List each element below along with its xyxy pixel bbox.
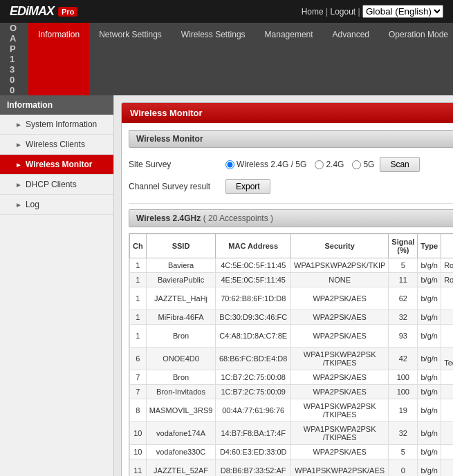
cell-security: WPA2PSK/AES [291,310,389,325]
cell-ch: 11 [130,459,147,477]
cell-type: b/g/n [418,445,441,459]
nav-information[interactable]: Information [28,23,89,95]
cell-ch: 7 [130,370,147,385]
logout-link[interactable]: Logout [331,7,356,17]
cell-type: b/g/n [418,258,441,273]
cell-ssid: Baviera [146,258,216,273]
cell-vendor: Unknown [441,310,453,325]
sidebar-item-label: Wireless Monitor [26,160,93,169]
cell-ssid: BavieraPublic [146,273,216,287]
radio-24g-input[interactable] [315,160,324,169]
cell-ch: 1 [130,287,147,310]
table-row: 10 vodafone330C D4:60:E3:ED:33:0D WPA2PS… [130,445,454,459]
ap-table: Ch SSID MAC Address Security Signal (%) … [129,234,453,476]
nav-wireless-settings[interactable]: Wireless Settings [172,23,255,95]
table-row: 1 Bron C4:A8:1D:8A:C7:8E WPA2PSK/AES 93 … [130,325,454,348]
cell-ch: 8 [130,399,147,422]
wireless-monitor-inner: Wireless Monitor Site Survey Wireless 2.… [122,123,453,476]
home-link[interactable]: Home [302,7,324,17]
sidebar-item-system-information[interactable]: ► System Information [0,115,113,135]
divider [129,203,453,204]
nav-network-settings[interactable]: Network Settings [89,23,172,95]
nav-management[interactable]: Management [255,23,323,95]
cell-security: WPA2PSK/AES [291,287,389,310]
table-row: 1 Baviera 4C:5E:0C:5F:11:45 WPA1PSKWPA2P… [130,258,454,273]
cell-type: b/g/n [418,287,441,310]
cell-ch: 1 [130,273,147,287]
radio-5g[interactable]: 5G [352,160,374,169]
cell-security: WPA2PSK/AES [291,325,389,348]
cell-vendor: Unknown [441,445,453,459]
cell-type: b/g/n [418,310,441,325]
export-button[interactable]: Export [225,179,270,194]
cell-mac: C4:A8:1D:8A:C7:8E [216,325,291,348]
col-signal: Signal (%) [389,234,418,258]
cell-mac: 14:B7:F8:BA:17:4F [216,422,291,445]
radio-both[interactable]: Wireless 2.4G / 5G [225,160,306,169]
scan-button[interactable]: Scan [380,157,419,172]
table-row: 1 JAZZTEL_HaHj 70:62:B8:6F:1D:D8 WPA2PSK… [130,287,454,310]
radio-group: Wireless 2.4G / 5G 2.4G 5G [225,160,374,169]
cell-signal: 5 [389,445,418,459]
cell-security: NONE [291,273,389,287]
cell-ch: 10 [130,422,147,445]
cell-ch: 6 [130,348,147,370]
nav-operation-mode[interactable]: Operation Mode [379,23,453,95]
cell-signal: 5 [389,258,418,273]
model-name: O A P 1 3 0 0 [10,23,28,95]
cell-security: WPA2PSK/AES [291,445,389,459]
cell-mac: 4E:5E:0C:5F:11:45 [216,273,291,287]
cell-signal: 100 [389,385,418,399]
sidebar-item-wireless-clients[interactable]: ► Wireless Clients [0,135,113,155]
sidebar-item-label: DHCP Clients [26,180,77,189]
radio-both-label: Wireless 2.4G / 5G [237,160,306,169]
ap-count: ( 20 Accesspoints ) [203,213,273,223]
cell-ssid: JAZZTEL_HaHj [146,287,216,310]
radio-both-input[interactable] [225,160,234,169]
cell-mac: 4C:5E:0C:5F:11:45 [216,258,291,273]
cell-ssid: MiFibra-46FA [146,310,216,325]
cell-type: b/g/n [418,459,441,477]
cell-ch: 1 [130,310,147,325]
language-select[interactable]: Global (English) [362,5,443,18]
cell-vendor: D-Link International [441,325,453,348]
channel-survey-row: Channel Survey result Export [129,175,453,198]
cell-ch: 1 [130,258,147,273]
radio-24g[interactable]: 2.4G [315,160,344,169]
cell-mac: D8:B6:B7:33:52:AF [216,459,291,477]
table-row: 7 Bron 1C:B7:2C:75:00:08 WPA2PSK/AES 100… [130,370,454,385]
sidebar-item-label: System Information [26,120,97,129]
cell-security: WPA1PSKWPA2PSK /TKIPAES [291,422,389,445]
cell-mac: 00:4A:77:61:96:76 [216,399,291,422]
cell-security: WPA1PSKWPA2PSK /TKIPAES [291,348,389,370]
table-row: 11 JAZZTEL_52AF D8:B6:B7:33:52:AF WPA1PS… [130,459,454,477]
cell-vendor: Unknown [441,385,453,399]
table-row: 7 Bron-Invitados 1C:B7:2C:75:00:09 WPA2P… [130,385,454,399]
cell-vendor: Routerboard.com [441,273,453,287]
ap-section-title-text: Wireless 2.4GHz [136,213,201,223]
logo: EDiMAX Pro [10,4,77,19]
cell-signal: 32 [389,310,418,325]
table-header-row: Ch SSID MAC Address Security Signal (%) … [130,234,454,258]
sidebar-item-wireless-monitor[interactable]: ► Wireless Monitor [0,155,113,175]
cell-signal: 11 [389,273,418,287]
sidebar: Information ► System Information ► Wirel… [0,95,114,476]
radio-24g-label: 2.4G [326,160,344,169]
ap-table-scroll[interactable]: Ch SSID MAC Address Security Signal (%) … [129,233,453,476]
table-row: 8 MASMOVIL_3RS9 00:4A:77:61:96:76 WPA1PS… [130,399,454,422]
wm-section-title: Wireless Monitor [129,130,453,148]
sidebar-item-dhcp-clients[interactable]: ► DHCP Clients [0,175,113,195]
radio-5g-input[interactable] [352,160,361,169]
site-survey-controls: Wireless 2.4G / 5G 2.4G 5G Scan [225,157,420,172]
cell-mac: D4:60:E3:ED:33:0D [216,445,291,459]
table-row: 1 BavieraPublic 4E:5E:0C:5F:11:45 NONE 1… [130,273,454,287]
nav-advanced[interactable]: Advanced [323,23,379,95]
cell-security: WPA2PSK/AES [291,385,389,399]
sidebar-item-log[interactable]: ► Log [0,195,113,215]
col-mac: MAC Address [216,234,291,258]
cell-signal: 93 [389,325,418,348]
cell-ch: 1 [130,325,147,348]
col-security: Security [291,234,389,258]
col-type: Type [418,234,441,258]
cell-ssid: Bron [146,370,216,385]
